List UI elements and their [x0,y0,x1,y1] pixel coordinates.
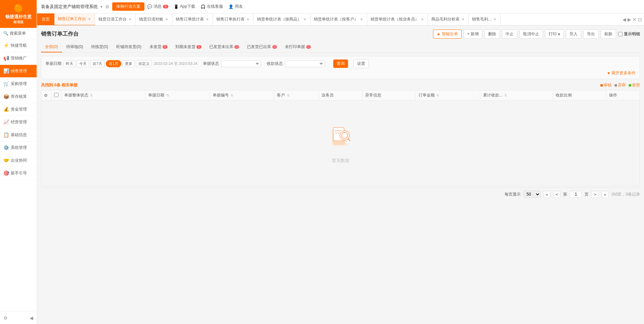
cancel-stop-button[interactable]: 取消中止 [519,30,543,39]
tab-close-6[interactable]: ✕ [359,17,363,22]
col-customer[interactable]: 客户 ⇅ [274,90,319,100]
sidebar-item-marketing[interactable]: 📢 营销推广 [0,52,37,65]
smart-generate-button[interactable]: ★ 智能生单 [433,30,462,39]
ship-btn[interactable]: 发货 [629,82,640,88]
export-button[interactable]: 导出 [583,30,599,39]
delete-button[interactable]: 删除 [484,30,500,39]
topbar-dropdown-icon[interactable]: ▾ [100,4,102,9]
subtab-unshipped[interactable]: 未发货 0 [145,42,171,52]
filter-payment-select[interactable] [285,60,325,67]
tabs-prev-icon[interactable]: ◀ [622,17,626,22]
sidebar-item-operations[interactable]: 📈 经营管理 [0,116,37,129]
date-btn-more[interactable]: 更多 [123,60,135,67]
subtab-shipped-not-out[interactable]: 已发货未出库 0 [205,42,243,52]
stop-button[interactable]: 中止 [502,30,517,39]
filter-status-select[interactable] [221,60,261,67]
col-checkbox[interactable] [51,90,61,100]
sidebar-collapse-icon[interactable]: ◀ [30,315,33,321]
tab-close-3[interactable]: ✕ [205,17,209,22]
online-service-btn[interactable]: 🎧 在线客服 [201,4,223,9]
date-btn-yesterday[interactable]: 昨天 [63,60,76,67]
sidebar-item-finance[interactable]: 💰 资金管理 [0,103,37,116]
subtab-overdue-unshipped[interactable]: 到期未发货 0 [171,42,205,52]
col-accumulated[interactable]: 累计收款... ⇅ [480,90,553,100]
subtab-all[interactable]: 全部(0) [41,42,62,52]
date-btn-today[interactable]: 今天 [77,60,89,67]
app-logo[interactable]: 🟠 畅捷通好生意 标准版 [0,0,37,28]
sidebar-item-quicknav[interactable]: ⚡ 快捷导航 [0,39,37,52]
tab-staff-stat[interactable]: 销货单统计表（按业务员） ✕ [367,13,428,26]
tab-sales-exec[interactable]: 销售订单执行表 ✕ [213,13,254,26]
tab-close-8[interactable]: ✕ [461,17,465,22]
tab-close-5[interactable]: ✕ [303,17,307,22]
tab-daily-clear[interactable]: 钱货日清工作台 ✕ [95,13,136,26]
sidebar-item-guide[interactable]: 🎯 新手引导 [0,167,37,180]
date-btn-1month[interactable]: 近1月 [106,60,121,67]
user-btn[interactable]: 👤 用友 [228,4,243,9]
show-detail-checkbox[interactable] [618,32,622,36]
sidebar-item-inventory[interactable]: 📦 库存核算 [0,90,37,103]
col-settings[interactable]: ⚙ [41,90,51,100]
subtab-pending-review[interactable]: 待审核(0) [62,42,87,52]
tab-sales-stat[interactable]: 销售订单统计表 ✕ [172,13,213,26]
sidebar-item-sysadmin[interactable]: ⚙️ 系统管理 [0,141,37,154]
subtab-pending-pick[interactable]: 待拣货(0) [87,42,112,52]
last-page-button[interactable]: » [601,191,608,198]
date-btn-custom[interactable]: 自定义 [136,60,152,67]
user-icon: 👤 [228,4,233,9]
col-doc-status[interactable]: 单据整体状态 ⇅ [61,90,145,100]
tab-home[interactable]: 首页 [37,13,54,26]
col-amount[interactable]: 订单金额 ⇅ [416,90,480,100]
tab-sales-order-workbench[interactable]: 销售订单工作台 ✕ [54,13,95,26]
tabs-close-icon[interactable]: ✕ [633,17,637,22]
query-button[interactable]: 查询 [333,59,348,68]
settings-button[interactable]: 设置 [353,59,369,68]
subtab-shop-pending[interactable]: 旺铺待发货(0) [112,42,145,52]
show-detail-checkbox-label[interactable]: 显示明细 [618,31,640,37]
tab-sales-margin[interactable]: 销售毛利... ✕ [469,13,501,26]
print-button[interactable]: 打印 ▾ [545,30,564,39]
message-btn[interactable]: 💬 消息 6 [147,4,168,9]
prev-page-button[interactable]: < [553,191,561,198]
tab-reconcile[interactable]: 钱货日清对账 ✕ [136,13,172,26]
tab-close-7[interactable]: ✕ [420,17,424,22]
select-all-checkbox[interactable] [54,93,58,97]
page-input[interactable] [570,191,582,198]
app-download-btn[interactable]: 📱 App下载 [174,4,195,9]
tabs-expand-icon[interactable]: ⊡ [638,17,642,22]
tab-goods-stat[interactable]: 销货单统计表（按商品） ✕ [254,13,310,26]
tab-close-0[interactable]: ✕ [87,17,91,21]
sidebar-item-sales[interactable]: 📊 销售管理 [0,65,37,78]
sidebar-item-collab[interactable]: 🤝 企业协同 [0,154,37,167]
col-staff[interactable]: 业务员 [319,90,362,100]
tab-close-9[interactable]: ✕ [493,17,497,22]
tab-customer-stat[interactable]: 销货单统计表（按客户） ✕ [310,13,367,26]
approve-btn[interactable]: 审核 [600,82,612,88]
solution-button[interactable]: 体验行业方案 [112,2,144,11]
col-doc-date[interactable]: 单据日期 ⇅ [145,90,210,100]
page-size-select[interactable]: 50 100 [523,191,541,198]
svg-rect-4 [335,132,340,132]
topbar-gear-icon[interactable]: ⚙ [105,4,110,9]
subtab-shipped-out[interactable]: 已发货已出库 0 [243,42,281,52]
refresh-button[interactable]: 刷新 [601,30,616,39]
next-page-button[interactable]: > [591,191,599,198]
sidebar-item-purchase[interactable]: 🛒 采购管理 [0,78,37,90]
add-button[interactable]: + 新增 [464,30,482,39]
sidebar-settings-icon[interactable]: ⚙ [3,315,8,321]
tab-close-2[interactable]: ✕ [165,17,169,22]
col-anomaly[interactable]: 异常信息 [362,90,416,100]
tab-close-1[interactable]: ✕ [128,17,132,22]
tabs-next-icon[interactable]: ▶ [628,17,631,22]
filter-expand-btn[interactable]: ▼ 展开更多条件 [607,70,636,76]
tab-margin-analysis[interactable]: 商品毛利分析表 ✕ [428,13,469,26]
first-page-button[interactable]: « [543,191,550,198]
sidebar-item-basicinfo[interactable]: 📋 基础信息 [0,129,37,141]
import-button[interactable]: 导入 [566,30,581,39]
col-doc-no[interactable]: 单据编号 ⇅ [210,90,274,100]
date-btn-7days[interactable]: 近7天 [90,60,104,67]
subtab-unprinted[interactable]: 未打印单据 0 [281,42,315,52]
sidebar-item-search[interactable]: 🔍 搜索菜单 [0,28,37,39]
tab-close-4[interactable]: ✕ [246,17,250,22]
reject-btn[interactable]: 弃审 [614,82,626,88]
